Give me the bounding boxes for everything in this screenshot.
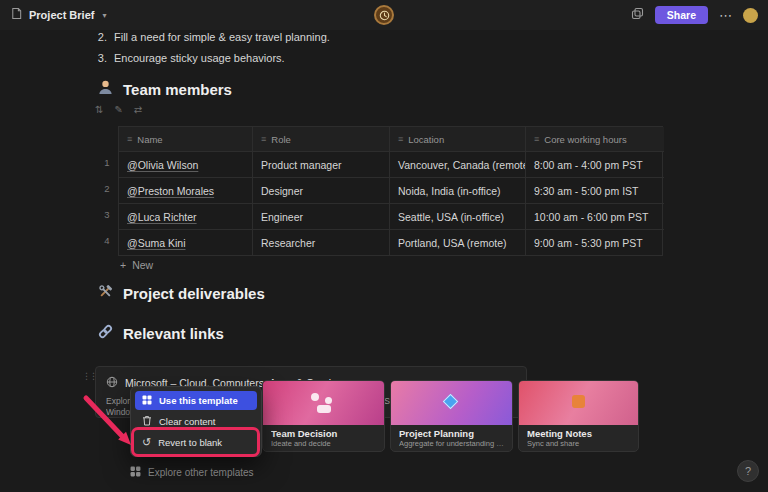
clock-badge-icon <box>374 5 394 25</box>
template-card-project-planning[interactable]: Project Planning Aggregate for understan… <box>390 380 513 452</box>
column-grip-icon: ≡ <box>127 134 132 144</box>
annotation-highlight-box <box>131 427 260 457</box>
templates-grid-icon <box>130 466 141 479</box>
swap-icon[interactable]: ⇄ <box>134 104 142 115</box>
table-toolbar: ⇅ ✎ ⇄ <box>95 104 142 115</box>
note-icon <box>572 395 585 408</box>
deliverables-heading: Project deliverables <box>97 283 265 303</box>
page-title[interactable]: Project Brief <box>29 9 94 21</box>
explore-other-templates-button[interactable]: Explore other templates <box>130 466 254 479</box>
template-subtitle: Ideate and decide <box>271 439 376 448</box>
column-grip-icon: ≡ <box>261 134 266 144</box>
list-text: Encourage sticky usage behaviors. <box>114 52 285 64</box>
cell-role[interactable]: Researcher <box>253 229 390 255</box>
drag-handle-icon[interactable]: ⋮⋮ <box>82 371 96 381</box>
avatar[interactable] <box>743 8 758 23</box>
template-title: Team Decision <box>271 428 376 439</box>
template-grid-icon <box>142 395 152 407</box>
column-header-location[interactable]: ≡Location <box>390 127 526 151</box>
template-thumbnail <box>263 381 384 425</box>
cell-location[interactable]: Noida, India (in-office) <box>390 177 526 203</box>
duplicate-icon[interactable] <box>631 6 644 24</box>
cell-role[interactable]: Product manager <box>253 151 390 177</box>
heading-text: Project deliverables <box>123 285 265 302</box>
column-grip-icon: ≡ <box>398 134 403 144</box>
team-table: ≡Name ≡Role ≡Location ≡Core working hour… <box>118 126 663 256</box>
template-card-meeting-notes[interactable]: Meeting Notes Sync and share <box>518 380 639 452</box>
team-members-heading: Team members <box>97 79 232 99</box>
annotation-arrow <box>78 392 140 452</box>
globe-icon <box>106 374 118 392</box>
template-title: Project Planning <box>399 428 504 439</box>
link-emoji-icon <box>97 323 114 343</box>
plus-icon: + <box>120 259 126 271</box>
page-icon[interactable] <box>10 6 23 24</box>
column-header-name[interactable]: ≡Name <box>119 127 253 151</box>
cell-hours[interactable]: 8:00 am - 4:00 pm PST <box>526 151 664 177</box>
cell-role[interactable]: Engineer <box>253 203 390 229</box>
sort-icon[interactable]: ⇅ <box>95 104 103 115</box>
template-thumbnail <box>519 381 638 425</box>
row-number: 3 <box>99 209 115 220</box>
help-button[interactable]: ? <box>737 460 759 482</box>
list-marker: 2. <box>97 31 107 43</box>
cell-location[interactable]: Portland, USA (remote) <box>390 229 526 255</box>
cell-location[interactable]: Vancouver, Canada (remote) <box>390 151 526 177</box>
cell-name[interactable]: @Suma Kini <box>119 229 253 255</box>
heading-text: Team members <box>123 81 232 98</box>
list-marker: 3. <box>97 52 107 64</box>
tools-emoji-icon <box>97 283 114 303</box>
row-number: 4 <box>99 235 115 246</box>
person-emoji-icon <box>97 79 114 99</box>
template-subtitle: Sync and share <box>527 439 630 448</box>
template-subtitle: Aggregate for understanding an... <box>399 439 504 448</box>
column-header-hours[interactable]: ≡Core working hours <box>526 127 664 151</box>
cell-location[interactable]: Seattle, USA (in-office) <box>390 203 526 229</box>
template-thumbnail <box>391 381 512 425</box>
share-button[interactable]: Share <box>655 6 708 24</box>
template-title: Meeting Notes <box>527 428 630 439</box>
cell-name[interactable]: @Olivia Wilson <box>119 151 253 177</box>
cell-hours[interactable]: 9:30 am - 5:00 pm IST <box>526 177 664 203</box>
chevron-down-icon[interactable]: ▾ <box>102 11 106 20</box>
notion-window: Project Brief ▾ Share ⋯ 2. Fill a need f… <box>0 0 768 492</box>
gem-icon <box>443 394 459 410</box>
row-number: 1 <box>99 157 115 168</box>
row-number: 2 <box>99 183 115 194</box>
cell-role[interactable]: Designer <box>253 177 390 203</box>
cell-name[interactable]: @Luca Richter <box>119 203 253 229</box>
add-row-button[interactable]: + New <box>120 259 153 271</box>
pencil-icon[interactable]: ✎ <box>114 104 122 115</box>
list-text: Fill a need for simple & easy travel pla… <box>114 31 330 43</box>
more-options-icon[interactable]: ⋯ <box>719 9 732 22</box>
cell-name[interactable]: @Preston Morales <box>119 177 253 203</box>
cell-hours[interactable]: 10:00 am - 6:00 pm PST <box>526 203 664 229</box>
heading-text: Relevant links <box>123 325 224 342</box>
cell-hours[interactable]: 9:00 am - 5:30 pm PST <box>526 229 664 255</box>
column-grip-icon: ≡ <box>534 134 539 144</box>
menu-item-use-this-template[interactable]: Use this template <box>135 391 257 410</box>
list-item[interactable]: 3. Encourage sticky usage behaviors. <box>97 52 657 64</box>
topbar: Project Brief ▾ Share ⋯ <box>0 0 768 30</box>
list-item[interactable]: 2. Fill a need for simple & easy travel … <box>97 31 657 43</box>
column-header-role[interactable]: ≡Role <box>253 127 390 151</box>
template-card-team-decision[interactable]: Team Decision Ideate and decide <box>262 380 385 452</box>
links-heading: Relevant links <box>97 323 224 343</box>
